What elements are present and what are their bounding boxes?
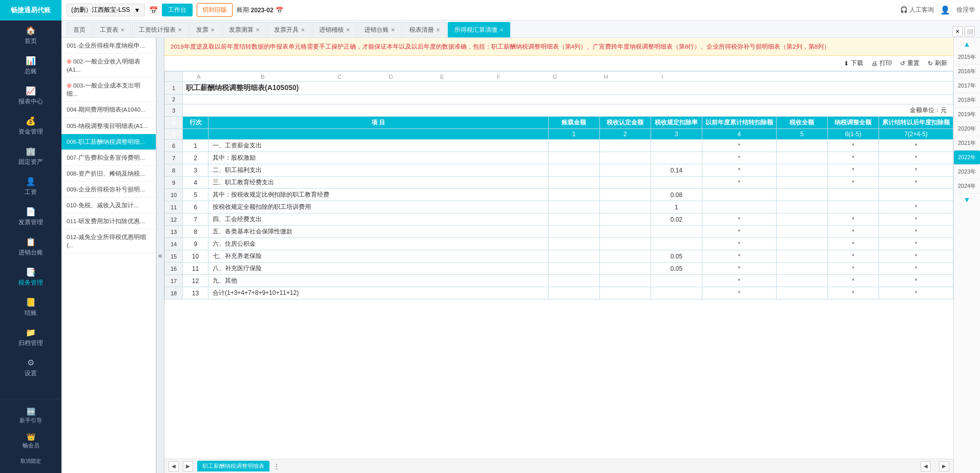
sidebar-item-funds[interactable]: 💰 资金管理 — [0, 111, 61, 141]
row-0-col-0[interactable] — [548, 140, 599, 152]
table-row[interactable]: 1712九、其他*** — [165, 275, 953, 287]
scroll-right-btn[interactable]: ▶ — [183, 461, 193, 471]
row-6-col-0[interactable] — [548, 213, 599, 226]
row-1-col-3[interactable]: * — [702, 152, 776, 164]
row-3-col-2[interactable] — [651, 177, 702, 189]
row-12-col-5[interactable]: * — [827, 287, 879, 299]
row-3-col-0[interactable] — [548, 177, 599, 189]
year-2022[interactable]: 2022年 — [954, 150, 980, 165]
row-3-col-1[interactable] — [599, 177, 651, 189]
row-4-col-3[interactable] — [702, 189, 776, 201]
tab-invoice-issue[interactable]: 发票开具 ✕ — [267, 22, 311, 37]
row-1-col-4[interactable] — [776, 152, 827, 164]
row-3-col-4[interactable] — [776, 177, 827, 189]
row-1-col-2[interactable] — [651, 152, 702, 164]
sidebar-item-guide[interactable]: 🆕 新手引导 — [0, 403, 61, 428]
row-5-col-1[interactable] — [599, 201, 651, 213]
row-10-col-1[interactable] — [599, 263, 651, 275]
tab-maximize[interactable]: ⬜ — [965, 26, 975, 36]
company-selector[interactable]: (勿删）江西般宝-LSS ▼ — [67, 4, 145, 16]
collapse-button[interactable]: « — [156, 38, 164, 473]
year-up-btn[interactable]: ▲ — [954, 38, 980, 50]
tab-purchase-ledger-close[interactable]: ✕ — [391, 27, 395, 33]
row-0-col-5[interactable]: * — [827, 140, 879, 152]
row-2-col-2[interactable]: 0.14 — [651, 164, 702, 177]
table-row[interactable]: 72其中：股权激励*** — [165, 152, 953, 164]
row-4-col-0[interactable] — [548, 189, 599, 201]
tab-purchase-audit[interactable]: 进销稽核 ✕ — [312, 22, 357, 37]
row-6-col-5[interactable]: * — [827, 213, 879, 226]
row-12-col-0[interactable] — [548, 287, 599, 299]
tab-invoice-close[interactable]: ✕ — [211, 27, 215, 33]
row-0-col-4[interactable] — [776, 140, 827, 152]
row-6-col-3[interactable]: * — [702, 213, 776, 226]
tab-tax-table[interactable]: 税表清册 ✕ — [403, 22, 447, 37]
year-2017[interactable]: 2017年 — [954, 79, 980, 93]
row-5-col-2[interactable]: 1 — [651, 201, 702, 213]
row-0-col-1[interactable] — [599, 140, 651, 152]
tab-tax-table-close[interactable]: ✕ — [436, 27, 440, 33]
tab-invoice[interactable]: 发票 ✕ — [190, 22, 221, 37]
row-6-col-6[interactable]: * — [879, 213, 953, 226]
row-0-col-6[interactable]: * — [879, 140, 953, 152]
row-5-col-3[interactable] — [702, 201, 776, 213]
row-11-col-4[interactable] — [776, 275, 827, 287]
row-2-col-6[interactable]: * — [879, 164, 953, 177]
row-10-col-6[interactable]: * — [879, 263, 953, 275]
sidebar-item-invoice[interactable]: 📄 发票管理 — [0, 202, 61, 232]
period-calendar-icon[interactable]: 📅 — [276, 7, 283, 14]
tab-close-all[interactable]: ✕ — [952, 26, 963, 36]
dots-menu[interactable]: ⋮ — [274, 463, 280, 470]
row-1-col-0[interactable] — [548, 152, 599, 164]
download-button[interactable]: ⬇ 下载 — [844, 59, 863, 68]
scroll-right2-btn[interactable]: ▶ — [939, 461, 949, 471]
table-row[interactable]: 138五、各类基本社会保障性缴款*** — [165, 226, 953, 238]
row-8-col-4[interactable] — [776, 238, 827, 250]
row-10-col-0[interactable] — [548, 263, 599, 275]
table-row[interactable]: 1813合计(1+3+4+7+8+9+10+11+12)*** — [165, 287, 953, 299]
row-7-col-0[interactable] — [548, 226, 599, 238]
row-8-col-2[interactable] — [651, 238, 702, 250]
reset-button[interactable]: ↺ 重置 — [900, 59, 920, 68]
row-4-col-1[interactable] — [599, 189, 651, 201]
row-9-col-3[interactable]: * — [702, 250, 776, 263]
row-7-col-6[interactable]: * — [879, 226, 953, 238]
row-10-col-3[interactable]: * — [702, 263, 776, 275]
row-5-col-0[interactable] — [548, 201, 599, 213]
row-5-col-4[interactable] — [776, 201, 827, 213]
tab-invoice-calc[interactable]: 发票测算 ✕ — [222, 22, 266, 37]
year-2020[interactable]: 2020年 — [954, 122, 980, 136]
row-9-col-1[interactable] — [599, 250, 651, 263]
sidebar-cancel-fixed[interactable]: 取消固定 — [0, 454, 61, 469]
row-11-col-5[interactable]: * — [827, 275, 879, 287]
tab-invoice-issue-close[interactable]: ✕ — [301, 27, 305, 33]
table-row[interactable]: 149六、住房公积金*** — [165, 238, 953, 250]
year-down-btn[interactable]: ▼ — [954, 193, 980, 206]
tab-salary-close[interactable]: ✕ — [120, 27, 124, 33]
tab-tax-settlement-close[interactable]: ✕ — [499, 27, 504, 33]
row-5-col-6[interactable]: * — [879, 201, 953, 213]
scroll-left2-btn[interactable]: ◀ — [921, 461, 931, 471]
year-2015[interactable]: 2015年 — [954, 50, 980, 64]
row-9-col-5[interactable]: * — [827, 250, 879, 263]
list-item-010[interactable]: 010-免税、减收入及加计... — [61, 198, 156, 213]
row-8-col-0[interactable] — [548, 238, 599, 250]
row-11-col-6[interactable]: * — [879, 275, 953, 287]
tab-purchase-ledger[interactable]: 进销台账 ✕ — [358, 22, 402, 37]
row-10-col-4[interactable] — [776, 263, 827, 275]
row-11-col-1[interactable] — [599, 275, 651, 287]
sidebar-item-settings[interactable]: ⚙ 设置 — [0, 353, 61, 383]
row-7-col-2[interactable] — [651, 226, 702, 238]
table-row[interactable]: 1611八、补充医疗保险0.05*** — [165, 263, 953, 275]
row-4-col-2[interactable]: 0.08 — [651, 189, 702, 201]
table-row[interactable]: 1510七、补充养老保险0.05*** — [165, 250, 953, 263]
row-6-col-4[interactable] — [776, 213, 827, 226]
workspace-button[interactable]: 工作台 — [162, 4, 193, 16]
scroll-left-btn[interactable]: ◀ — [169, 461, 179, 471]
tab-invoice-calc-close[interactable]: ✕ — [256, 27, 260, 33]
list-item-008[interactable]: 008-资产折旧、摊销及纳税... — [61, 166, 156, 182]
row-4-col-5[interactable] — [827, 189, 879, 201]
table-row[interactable]: 61一、工资薪金支出*** — [165, 140, 953, 152]
row-5-col-5[interactable] — [827, 201, 879, 213]
row-4-col-6[interactable] — [879, 189, 953, 201]
